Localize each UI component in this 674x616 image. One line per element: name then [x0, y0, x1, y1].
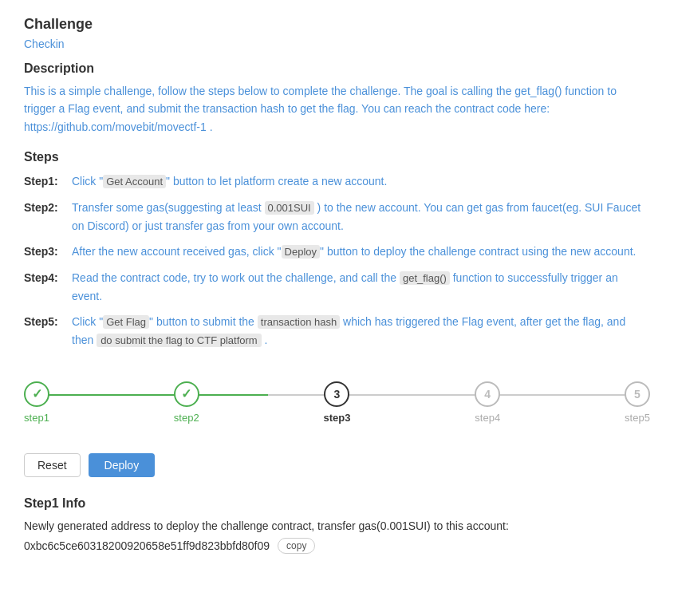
- step-3-row: Step3: After the new account received ga…: [24, 243, 650, 261]
- steps-title: Steps: [24, 150, 650, 164]
- step-3-label: Step3:: [24, 243, 72, 261]
- deploy-button[interactable]: Deploy: [89, 453, 156, 477]
- progress-step-5: 5 step5: [625, 381, 650, 424]
- progress-section: step1 step2 3 step3 4 step4 5: [24, 373, 650, 437]
- copy-button[interactable]: copy: [278, 538, 315, 554]
- step-2-highlight: 0.001SUI: [265, 201, 314, 215]
- progress-circle-4: 4: [475, 381, 500, 407]
- progress-circle-3: 3: [324, 381, 349, 407]
- step-5-label: Step5:: [24, 313, 72, 349]
- step-2-row: Step2: Transfer some gas(suggesting at l…: [24, 199, 650, 235]
- step1-info-section: Step1 Info Newly generated address to de…: [24, 496, 650, 554]
- address-row: 0xbc6c5ce60318200920658e51ff9d823bbfd80f…: [24, 538, 650, 554]
- step-5-content: Click "Get Flag" button to submit the tr…: [72, 313, 650, 349]
- check-icon-1: [32, 386, 42, 401]
- progress-circle-1: [24, 381, 49, 407]
- address-value: 0xbc6c5ce60318200920658e51ff9d823bbfd80f…: [24, 539, 270, 552]
- progress-step-2: step2: [174, 381, 199, 424]
- step-3-highlight: Deploy: [282, 245, 320, 259]
- description-title: Description: [24, 61, 650, 76]
- progress-circle-5: 5: [625, 381, 650, 407]
- step-4-row: Step4: Read the contract code, try to wo…: [24, 269, 650, 305]
- progress-step-3: 3 step3: [324, 381, 351, 424]
- step-4-highlight: get_flag(): [400, 271, 450, 285]
- description-text: This is a simple challenge, follow the s…: [24, 82, 650, 136]
- step-2-label: Step2:: [24, 199, 72, 235]
- progress-label-5: step5: [625, 412, 650, 424]
- action-buttons: Reset Deploy: [24, 453, 650, 477]
- step-2-content: Transfer some gas(suggesting at least 0.…: [72, 199, 650, 235]
- step-5-highlight-flag: Get Flag: [103, 315, 149, 329]
- step-5-highlight-submit: do submit the flag to CTF platform: [97, 334, 262, 347]
- page-title: Challenge: [24, 16, 650, 33]
- check-icon-2: [181, 386, 191, 401]
- step-1-highlight: Get Account: [103, 175, 166, 188]
- progress-steps-row: step1 step2 3 step3 4 step4 5: [24, 381, 650, 424]
- progress-label-2: step2: [174, 412, 199, 424]
- step-5-highlight-txhash: transaction hash: [258, 315, 340, 329]
- step-1-label: Step1:: [24, 172, 72, 191]
- progress-circle-2: [174, 381, 199, 407]
- progress-label-3: step3: [324, 412, 351, 424]
- progress-label-1: step1: [24, 412, 49, 424]
- progress-step-1: step1: [24, 381, 49, 424]
- step-4-label: Step4:: [24, 269, 72, 305]
- step-4-content: Read the contract code, try to work out …: [72, 269, 650, 305]
- progress-step-4: 4 step4: [475, 381, 500, 424]
- step-3-content: After the new account received gas, clic…: [72, 243, 650, 261]
- step1-info-text: Newly generated address to deploy the ch…: [24, 517, 650, 535]
- step-5-row: Step5: Click "Get Flag" button to submit…: [24, 313, 650, 349]
- checkin-link[interactable]: Checkin: [24, 38, 650, 50]
- progress-label-4: step4: [475, 412, 500, 424]
- step-1-row: Step1: Click "Get Account" button to let…: [24, 172, 650, 191]
- step-1-content: Click "Get Account" button to let platfo…: [72, 172, 650, 191]
- step1-info-title: Step1 Info: [24, 496, 650, 511]
- reset-button[interactable]: Reset: [24, 453, 81, 477]
